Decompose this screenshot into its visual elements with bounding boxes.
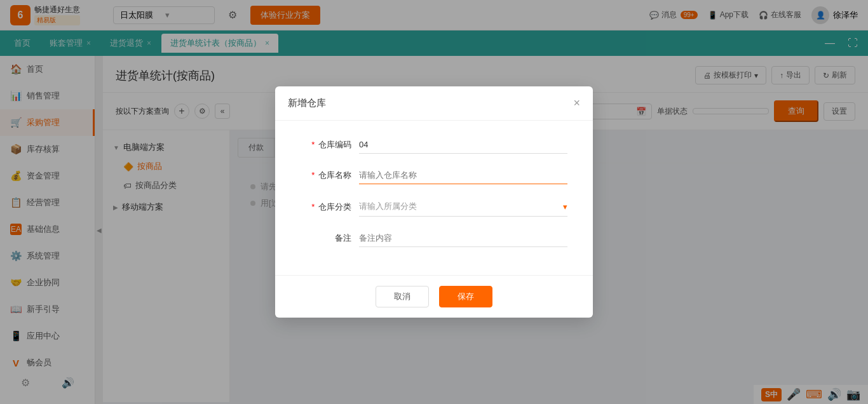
required-star-name: * — [311, 170, 315, 180]
new-warehouse-modal: 新增仓库 × * 仓库编码 * 仓库名称 — [275, 86, 593, 318]
form-row-remark: 备注 — [301, 229, 567, 247]
warehouse-category-label: * 仓库分类 — [301, 201, 351, 213]
required-star-code: * — [311, 140, 315, 149]
form-row-name: * 仓库名称 — [301, 166, 567, 184]
warehouse-name-label: * 仓库名称 — [301, 170, 351, 181]
category-chevron-icon: ▾ — [563, 202, 567, 212]
form-row-category: * 仓库分类 请输入所属分类 ▾ — [301, 197, 567, 217]
modal-body: * 仓库编码 * 仓库名称 * 仓库分类 请输入 — [275, 121, 593, 275]
warehouse-category-select[interactable]: 请输入所属分类 ▾ — [359, 197, 567, 217]
form-row-code: * 仓库编码 — [301, 136, 567, 154]
warehouse-name-input[interactable] — [359, 166, 567, 184]
required-star-category: * — [311, 202, 315, 212]
cancel-button[interactable]: 取消 — [376, 286, 429, 307]
warehouse-code-label: * 仓库编码 — [301, 139, 351, 151]
warehouse-code-input[interactable] — [359, 136, 567, 154]
category-placeholder: 请输入所属分类 — [359, 201, 417, 212]
modal-title: 新增仓库 — [288, 97, 326, 109]
modal-header: 新增仓库 × — [275, 86, 593, 121]
modal-close-button[interactable]: × — [573, 97, 580, 110]
remark-input[interactable] — [359, 229, 567, 247]
save-button[interactable]: 保存 — [439, 286, 492, 307]
modal-overlay: 新增仓库 × * 仓库编码 * 仓库名称 — [0, 0, 868, 404]
modal-footer: 取消 保存 — [275, 275, 593, 318]
remark-label: 备注 — [301, 232, 351, 244]
